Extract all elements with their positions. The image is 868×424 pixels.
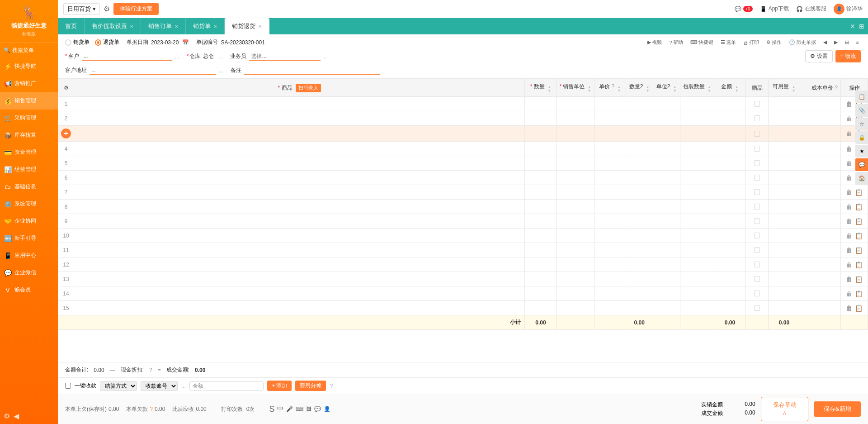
unit-price-cell-6[interactable] — [594, 171, 626, 185]
unit2-cell-3[interactable] — [653, 126, 680, 142]
pkg-qty-cell-11[interactable] — [680, 243, 714, 257]
qty2-cell-6[interactable] — [626, 171, 653, 185]
gift-cell-12[interactable] — [746, 257, 769, 272]
quantity-cell-9[interactable] — [525, 214, 557, 229]
gift-checkbox-3[interactable] — [754, 131, 760, 137]
product-cell-10[interactable] — [74, 229, 525, 243]
right-panel-btn-3[interactable]: ☆ — [855, 118, 868, 130]
tab-sale-return[interactable]: 销货退货 ✕ — [225, 18, 269, 34]
sale-unit-cell-6[interactable] — [557, 171, 594, 185]
gift-cell-2[interactable] — [746, 111, 769, 126]
product-cell-6[interactable] — [74, 171, 525, 185]
unit2-cell-12[interactable] — [653, 257, 680, 272]
select-btn[interactable]: ☰ 选单 — [719, 38, 738, 47]
add-payment-btn[interactable]: + 添加 — [267, 381, 292, 391]
unit-price-cell-2[interactable] — [594, 111, 626, 126]
amount-cell-12[interactable] — [714, 257, 746, 272]
available-cell-7[interactable] — [769, 185, 800, 200]
available-cell-14[interactable] — [769, 286, 800, 301]
unit-price-cell-3[interactable] — [594, 126, 626, 142]
cost-price-help-icon[interactable]: ? — [835, 85, 838, 91]
unit-price-cell-7[interactable] — [594, 185, 626, 200]
copy-icon-15[interactable]: 📋 — [855, 305, 863, 312]
tab-sale-order-close[interactable]: ✕ — [175, 24, 178, 29]
sidebar-item-basic[interactable]: 🗂 基础信息 — [0, 178, 58, 195]
quantity-cell-14[interactable] — [525, 286, 557, 301]
right-panel-btn-2[interactable]: 📎 — [855, 104, 868, 117]
sale-unit-cell-12[interactable] — [557, 257, 594, 272]
sale-unit-cell-10[interactable] — [557, 229, 594, 243]
gift-checkbox-2[interactable] — [754, 115, 760, 121]
unit-price-cell-15[interactable] — [594, 301, 626, 315]
gift-checkbox-12[interactable] — [754, 262, 760, 267]
settings-action-btn[interactable]: ⚙ 设置 — [805, 50, 832, 62]
sidebar-item-app-center[interactable]: 📱 应用中心 — [0, 247, 58, 264]
quantity-cell-12[interactable] — [525, 257, 557, 272]
image-icon[interactable]: 🖼 — [306, 406, 311, 412]
notification-item[interactable]: 💬 70 — [735, 6, 753, 12]
copy-icon-10[interactable]: 📋 — [855, 232, 863, 239]
quantity-cell-8[interactable] — [525, 200, 557, 214]
sidebar-search[interactable]: 🔍 搜索菜单 — [0, 43, 58, 58]
unit2-cell-4[interactable] — [653, 142, 680, 156]
address-more-btn[interactable]: ... — [219, 67, 223, 74]
gift-cell-4[interactable] — [746, 142, 769, 156]
amount-cell-13[interactable] — [714, 272, 746, 286]
delete-icon-15[interactable]: 🗑 — [846, 305, 852, 312]
quantity-cell-2[interactable] — [525, 111, 557, 126]
add-row-btn[interactable]: + — [61, 129, 71, 138]
pkg-qty-cell-10[interactable] — [680, 229, 714, 243]
unit-price-sort[interactable]: ▲▼ — [617, 86, 621, 93]
user-info[interactable]: 👤 徐泽华 — [834, 4, 863, 14]
unit-price-cell-12[interactable] — [594, 257, 626, 272]
account-more-btn[interactable]: ... — [181, 383, 186, 389]
unit-price-cell-13[interactable] — [594, 272, 626, 286]
unit-price-cell-1[interactable] — [594, 97, 626, 111]
amount-input[interactable] — [189, 381, 264, 391]
quantity-cell-1[interactable] — [525, 97, 557, 111]
amount-cell-9[interactable] — [714, 214, 746, 229]
sidebar-item-vip[interactable]: V 畅会员 — [0, 281, 58, 299]
amount-cell-2[interactable] — [714, 111, 746, 126]
amount-cell-4[interactable] — [714, 142, 746, 156]
delete-icon-12[interactable]: 🗑 — [846, 261, 852, 268]
amount-cell-8[interactable] — [714, 200, 746, 214]
pkg-qty-cell-7[interactable] — [680, 185, 714, 200]
gift-cell-8[interactable] — [746, 200, 769, 214]
sale-unit-cell-8[interactable] — [557, 200, 594, 214]
salesperson-more-btn[interactable]: ... — [323, 53, 328, 60]
gift-cell-10[interactable] — [746, 229, 769, 243]
unit2-cell-15[interactable] — [653, 301, 680, 315]
product-cell-12[interactable] — [74, 257, 525, 272]
available-cell-5[interactable] — [769, 156, 800, 171]
sidebar-settings-btn[interactable]: ⚙ — [4, 412, 10, 420]
sidebar-item-enterprise[interactable]: 🤝 企业协同 — [0, 213, 58, 230]
sale-unit-cell-3[interactable] — [557, 126, 594, 142]
available-cell-12[interactable] — [769, 257, 800, 272]
available-cell-3[interactable] — [769, 126, 800, 142]
qty2-cell-7[interactable] — [626, 185, 653, 200]
list-view-btn[interactable]: ≡ — [854, 39, 861, 46]
amount-cell-15[interactable] — [714, 301, 746, 315]
gift-checkbox-4[interactable] — [754, 146, 760, 152]
amount-cell-14[interactable] — [714, 286, 746, 301]
right-panel-btn-5[interactable]: ★ — [855, 145, 868, 157]
unit2-cell-6[interactable] — [653, 171, 680, 185]
amount-sort[interactable]: ▲▼ — [735, 86, 739, 93]
customer-input[interactable] — [82, 52, 172, 61]
tab-sale-price[interactable]: 售价提取设置 ✕ — [85, 18, 141, 34]
gift-cell-7[interactable] — [746, 185, 769, 200]
pkg-qty-cell-4[interactable] — [680, 142, 714, 156]
quantity-cell-3[interactable] — [525, 126, 557, 142]
quantity-cell-10[interactable] — [525, 229, 557, 243]
gift-cell-6[interactable] — [746, 171, 769, 185]
qty2-cell-10[interactable] — [626, 229, 653, 243]
quantity-cell-11[interactable] — [525, 243, 557, 257]
available-cell-9[interactable] — [769, 214, 800, 229]
qty2-cell-1[interactable] — [626, 97, 653, 111]
quantity-cell-4[interactable] — [525, 142, 557, 156]
nav-select[interactable]: 日用百货 ▾ — [63, 3, 100, 15]
unit2-cell-10[interactable] — [653, 229, 680, 243]
prev-record-btn[interactable]: ◀ — [821, 38, 829, 46]
unit2-cell-8[interactable] — [653, 200, 680, 214]
